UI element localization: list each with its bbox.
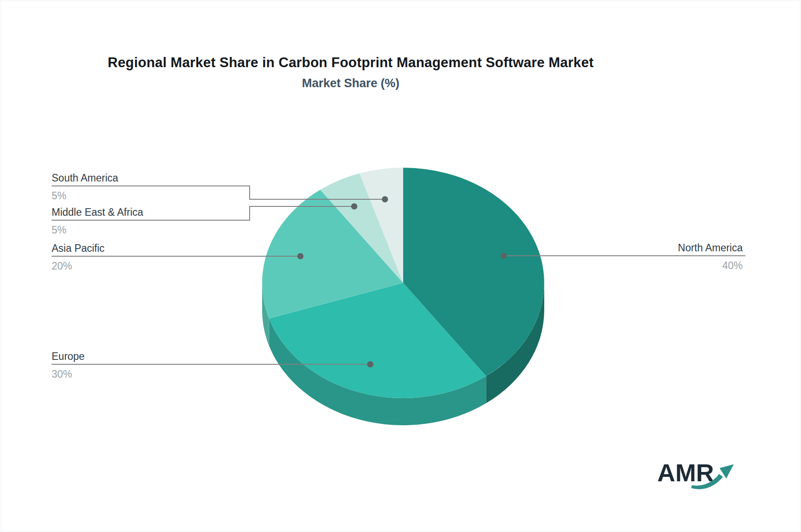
callout-asia-pacific: Asia Pacific 20% <box>52 242 301 272</box>
callout-label: South America <box>52 172 301 184</box>
leader-dot-middle-east-africa <box>351 203 357 210</box>
amr-logo: AMR <box>657 459 746 497</box>
callout-label: Middle East & Africa <box>52 206 301 218</box>
callout-value: 40% <box>494 260 743 271</box>
chart-canvas: Regional Market Share in Carbon Footprin… <box>0 0 801 532</box>
callout-north-america: North America 40% <box>494 242 743 271</box>
callout-value: 5% <box>52 224 301 236</box>
leader-dot-south-america <box>382 196 388 202</box>
callout-label: Europe <box>52 351 301 362</box>
callout-value: 20% <box>52 260 301 272</box>
leader-dot-europe <box>367 361 373 367</box>
callout-middle-east-africa: Middle East & Africa 5% <box>52 206 301 236</box>
callout-value: 5% <box>52 190 301 202</box>
callout-south-america: South America 5% <box>52 172 301 202</box>
callout-label: North America <box>494 242 743 254</box>
callout-value: 30% <box>52 368 301 380</box>
logo-arrow-icon <box>689 463 736 491</box>
callout-label: Asia Pacific <box>52 242 301 254</box>
callout-europe: Europe 30% <box>52 351 301 380</box>
